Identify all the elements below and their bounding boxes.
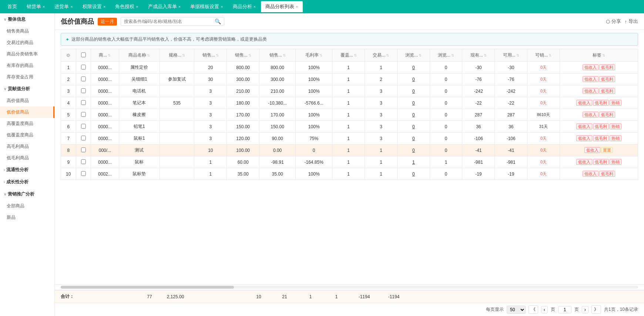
- sidebar-item-低价值商品[interactable]: 低价值商品: [0, 106, 54, 118]
- browse1-link[interactable]: 0: [412, 136, 415, 141]
- nav-item-首页[interactable]: 首页: [3, 1, 21, 12]
- days-value: 0天: [540, 101, 547, 105]
- row-checkbox[interactable]: [81, 112, 86, 117]
- browse1-link[interactable]: 0: [412, 124, 415, 129]
- nav-item-商品分析[interactable]: 商品分析×: [228, 1, 260, 12]
- sidebar-item-低覆盖度商品[interactable]: 低覆盖度商品: [0, 129, 54, 141]
- days-value: 0天: [540, 171, 547, 176]
- search-input[interactable]: [124, 19, 215, 24]
- time-filter-btn[interactable]: 近一月: [98, 18, 117, 26]
- row-checkbox[interactable]: [81, 147, 86, 152]
- row-checkbox[interactable]: [81, 77, 86, 81]
- nav-close-icon[interactable]: ×: [136, 4, 138, 9]
- sidebar-group-流通性分析[interactable]: ›流通性分析: [0, 164, 54, 176]
- nav-item-角色授权[interactable]: 角色授权×: [111, 1, 142, 12]
- row-checkbox[interactable]: [81, 159, 86, 164]
- page-number-input[interactable]: [558, 306, 571, 313]
- tag-label: 低收入: [583, 171, 598, 177]
- export-btn[interactable]: ↑ 导出: [625, 18, 638, 25]
- prev-page-btn[interactable]: ‹: [541, 306, 548, 313]
- row-checkbox[interactable]: [81, 124, 86, 129]
- per-page-select[interactable]: 50 100 200: [507, 306, 526, 314]
- header-row: ⚙ 商...⇅ 商品名称⇅ 规格...⇅ 销售...⇅ 销售...⇅ 销售...…: [61, 49, 638, 62]
- browse1-link[interactable]: 0: [412, 77, 415, 82]
- nav-item-销货单[interactable]: 销货单×: [22, 1, 49, 12]
- sidebar-group-成长性分析[interactable]: ›成长性分析: [0, 176, 54, 188]
- sidebar-item-交易过的商品[interactable]: 交易过的商品: [0, 37, 54, 48]
- tag-label: 低收入: [583, 64, 598, 70]
- next-page-btn[interactable]: ›: [582, 306, 588, 313]
- th-gear: ⚙: [61, 49, 76, 62]
- browse1-link[interactable]: 0: [412, 112, 415, 118]
- cell-name: 鼠标: [119, 156, 160, 168]
- sidebar-item-销售类商品[interactable]: 销售类商品: [0, 26, 54, 37]
- row-checkbox[interactable]: [81, 100, 86, 105]
- sidebar-group-营销推广分析[interactable]: ∨营销推广分析: [0, 188, 54, 200]
- cell-no: 1: [61, 62, 76, 74]
- tag-label: 低收入: [584, 147, 600, 153]
- sidebar-item-商品分类销售率[interactable]: 商品分类销售率: [0, 48, 54, 60]
- cell-name: 吴细细1: [119, 74, 160, 85]
- nav-close-icon[interactable]: ×: [178, 4, 181, 9]
- sidebar-item-有库存的商品[interactable]: 有库存的商品: [0, 60, 54, 71]
- sidebar-item-高毛利商品[interactable]: 高毛利商品: [0, 141, 54, 152]
- cell-browse2: 0: [430, 85, 462, 97]
- sidebar-item-库存资金占用[interactable]: 库存资金占用: [0, 71, 54, 83]
- cell-sales-avg: 170.00: [259, 109, 296, 121]
- sidebar-group-贡献值分析[interactable]: ∨贡献值分析: [0, 83, 54, 95]
- nav-item-商品分析列表[interactable]: 商品分析列表×: [261, 1, 302, 12]
- cell-name: 橡皮擦: [119, 109, 160, 121]
- cell-no: 6: [61, 121, 76, 133]
- cell-available: -242: [495, 85, 527, 97]
- browse1-link[interactable]: 0: [412, 65, 415, 70]
- sidebar-item-高覆盖度商品[interactable]: 高覆盖度商品: [0, 118, 54, 129]
- nav-close-icon[interactable]: ×: [221, 4, 223, 9]
- first-page-btn[interactable]: 《: [529, 305, 538, 314]
- cell-browse2: 0: [430, 121, 462, 133]
- cell-code: 0002...: [91, 168, 119, 180]
- row-checkbox[interactable]: [81, 88, 86, 93]
- cell-sellable: 0天: [527, 133, 560, 145]
- row-checkbox[interactable]: [81, 136, 86, 140]
- header-actions: ⬡ 分享 ↑ 导出: [606, 18, 638, 25]
- last-page-btn[interactable]: 》: [591, 305, 601, 314]
- nav-close-icon[interactable]: ×: [296, 4, 298, 9]
- cell-spec: [160, 168, 194, 180]
- sidebar-group-整体信息[interactable]: ∨整体信息: [0, 13, 54, 26]
- nav-close-icon[interactable]: ×: [70, 4, 73, 9]
- nav-item-权限设置[interactable]: 权限设置×: [78, 1, 110, 12]
- scrollbar-area: [55, 284, 644, 290]
- sidebar-item-低毛利商品[interactable]: 低毛利商品: [0, 152, 54, 164]
- nav-close-icon[interactable]: ×: [103, 4, 105, 9]
- nav-close-icon[interactable]: ×: [254, 4, 256, 9]
- cell-sales-avg: 90.00: [259, 133, 296, 145]
- sidebar-item-新品[interactable]: 新品: [0, 212, 54, 223]
- footer-bar: 合计： 77 2,125.00 10 21 1 1 -1194 -1194: [55, 290, 644, 303]
- gear-icon[interactable]: ⚙: [66, 53, 70, 58]
- cell-checkbox: [76, 145, 91, 156]
- sidebar-item-高价值商品[interactable]: 高价值商品: [0, 95, 54, 106]
- search-icon[interactable]: 🔍: [215, 18, 221, 24]
- nav-close-icon[interactable]: ×: [43, 4, 45, 9]
- horizontal-scrollbar[interactable]: [61, 286, 638, 289]
- nav-item-产成品入库单[interactable]: 产成品入库单×: [144, 1, 185, 12]
- cell-sales-qty: 3: [194, 109, 227, 121]
- cell-spec: 参加复试: [160, 74, 194, 85]
- table-body: 10000...属性定价20800.00800.00100%1100-30-30…: [61, 62, 638, 180]
- cell-current: -22: [462, 97, 495, 109]
- cell-sales-qty: 1: [194, 168, 227, 180]
- browse1-link[interactable]: 0: [412, 101, 415, 106]
- sidebar-item-全部商品[interactable]: 全部商品: [0, 200, 54, 212]
- nav-item-进货单[interactable]: 进货单×: [50, 1, 77, 12]
- browse1-link[interactable]: 0: [412, 89, 415, 94]
- row-checkbox[interactable]: [81, 65, 86, 69]
- browse1-link[interactable]: 0: [412, 171, 415, 177]
- browse1-link[interactable]: 1: [412, 160, 415, 165]
- cell-margin: 100%: [296, 62, 332, 74]
- row-checkbox[interactable]: [81, 171, 86, 176]
- nav-item-单据模板设置[interactable]: 单据模板设置×: [186, 1, 227, 12]
- cell-available: -30: [495, 62, 527, 74]
- share-btn[interactable]: ⬡ 分享: [606, 18, 621, 25]
- browse1-link[interactable]: 0: [412, 148, 415, 153]
- select-all-checkbox[interactable]: [81, 52, 86, 57]
